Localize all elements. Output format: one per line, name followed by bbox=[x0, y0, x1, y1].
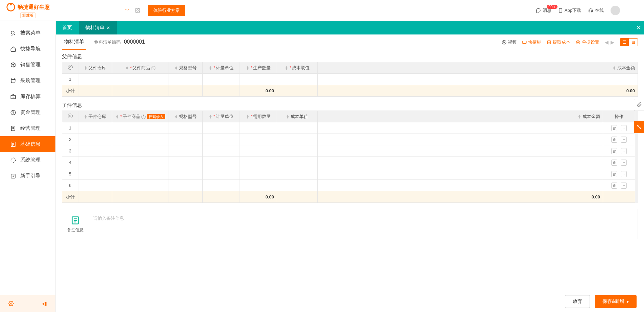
child-col-product[interactable]: ▲▼*子件商品?扫码录入 bbox=[112, 111, 169, 122]
child-col-amount[interactable]: ▲▼成本金额 bbox=[318, 111, 603, 122]
sidebar-item-sales[interactable]: 销售管理 bbox=[0, 57, 55, 73]
parent-col-spec[interactable]: ▲▼规格型号 bbox=[169, 62, 203, 74]
operations-icon bbox=[10, 125, 16, 131]
gear-icon bbox=[68, 65, 73, 70]
sidebar-item-purchase[interactable]: 采购管理 bbox=[0, 73, 55, 89]
sidebar-item-funds[interactable]: 资金管理 bbox=[0, 104, 55, 120]
online-support-link[interactable]: 在线 bbox=[588, 7, 604, 14]
svg-rect-23 bbox=[522, 41, 526, 43]
tab-0[interactable]: 首页 bbox=[56, 21, 79, 34]
tabbar: 首页物料清单✕ ✕ bbox=[56, 21, 644, 34]
keyboard-icon bbox=[522, 40, 527, 45]
messages-link[interactable]: 消息 99 + bbox=[536, 7, 551, 14]
delete-row-icon[interactable]: 🗑 bbox=[611, 148, 617, 154]
child-col-warehouse[interactable]: ▲▼子件仓库 bbox=[78, 111, 112, 122]
table-row[interactable]: 4🗑＋ bbox=[62, 157, 635, 168]
parent-col-settings[interactable] bbox=[62, 62, 78, 74]
sidebar-item-inventory[interactable]: 库存核算 bbox=[0, 89, 55, 104]
parent-col-unit[interactable]: ▲▼*计量单位 bbox=[203, 62, 240, 74]
shortcut-link[interactable]: 快捷键 bbox=[522, 39, 541, 45]
main-area: 首页物料清单✕ ✕ 物料清单 物料清单编码 0000001 视频 bbox=[56, 21, 644, 312]
svg-point-5 bbox=[11, 31, 14, 34]
table-row[interactable]: 2🗑＋ bbox=[62, 134, 635, 145]
header-right: 消息 99 + App下载 在线 bbox=[536, 6, 639, 15]
doc-settings-link[interactable]: 单据设置 bbox=[576, 39, 599, 45]
close-all-tabs-icon[interactable]: ✕ bbox=[636, 21, 641, 34]
sidebar-item-quick-nav[interactable]: 快捷导航 bbox=[0, 41, 55, 57]
messages-badge: 99 + bbox=[547, 5, 558, 9]
add-row-icon[interactable]: ＋ bbox=[621, 137, 627, 143]
delete-row-icon[interactable]: 🗑 bbox=[611, 125, 617, 131]
parent-col-costmethod[interactable]: ▲▼*成本取值 bbox=[277, 62, 318, 74]
next-doc-icon[interactable]: ▶ bbox=[611, 40, 614, 45]
sidebar-item-operations[interactable]: 经营管理 bbox=[0, 120, 55, 136]
parent-col-product[interactable]: ▲▼*父件商品? bbox=[112, 62, 169, 74]
table-row[interactable]: 3🗑＋ bbox=[62, 145, 635, 157]
child-col-qty[interactable]: ▲▼*需用数量 bbox=[240, 111, 277, 122]
save-new-button[interactable]: 保存&新增 ▾ bbox=[595, 295, 637, 308]
svg-point-2 bbox=[137, 10, 138, 11]
table-row[interactable]: 1🗑＋ bbox=[62, 122, 635, 134]
extract-cost-link[interactable]: 提取成本 bbox=[547, 39, 570, 45]
child-col-unitcost[interactable]: ▲▼成本单价 bbox=[277, 111, 318, 122]
chevron-down-icon: ▾ bbox=[626, 299, 629, 304]
delete-row-icon[interactable]: 🗑 bbox=[611, 183, 617, 189]
child-col-unit[interactable]: ▲▼*计量单位 bbox=[203, 111, 240, 122]
doc-tab-material-list[interactable]: 物料清单 bbox=[62, 34, 86, 50]
view-toggle: ☰ ▦ bbox=[620, 38, 638, 46]
appdownload-link[interactable]: App下载 bbox=[558, 7, 581, 14]
parent-col-amount[interactable]: ▲▼成本金额 bbox=[318, 62, 638, 74]
child-col-ops: 操作 bbox=[603, 111, 635, 122]
child-section-title: 子件信息 bbox=[56, 99, 644, 111]
view-grid-icon[interactable]: ▦ bbox=[629, 39, 638, 46]
expand-icon[interactable] bbox=[634, 121, 644, 133]
add-row-icon[interactable]: ＋ bbox=[621, 125, 627, 131]
doc-code-label: 物料清单编码 bbox=[94, 40, 121, 45]
sidebar-footer: ◂▮ bbox=[0, 295, 55, 312]
table-row[interactable]: 6🗑＋ bbox=[62, 180, 635, 191]
tab-1[interactable]: 物料清单✕ bbox=[79, 21, 117, 34]
app-header: 畅捷通好生意 标准版 ﹀ 体验行业方案 消息 99 + App下载 在线 bbox=[0, 0, 644, 21]
guide-icon bbox=[10, 173, 16, 179]
sidebar-item-label: 经营管理 bbox=[20, 125, 41, 131]
gear-icon[interactable] bbox=[135, 8, 140, 13]
prev-doc-icon[interactable]: ◀ bbox=[605, 40, 609, 45]
sidebar-item-basic-info[interactable]: 基础信息 bbox=[0, 136, 55, 152]
add-row-icon[interactable]: ＋ bbox=[621, 171, 627, 177]
phone-icon bbox=[558, 8, 563, 13]
play-icon bbox=[502, 40, 506, 45]
child-col-spec[interactable]: ▲▼规格型号 bbox=[169, 111, 203, 122]
remarks-input[interactable] bbox=[89, 209, 638, 239]
table-row[interactable]: 1 bbox=[62, 74, 638, 85]
brand-name: 畅捷通好生意 bbox=[18, 4, 50, 11]
collapse-sidebar-icon[interactable]: ◂▮ bbox=[42, 301, 47, 306]
sidebar-item-label: 系统管理 bbox=[20, 157, 41, 163]
add-row-icon[interactable]: ＋ bbox=[621, 148, 627, 154]
sidebar-item-system[interactable]: 系统管理 bbox=[0, 152, 55, 168]
add-row-icon[interactable]: ＋ bbox=[621, 160, 627, 166]
account-select[interactable]: ﹀ bbox=[61, 7, 142, 14]
attachment-icon[interactable] bbox=[634, 99, 644, 111]
doc-code-value: 0000001 bbox=[124, 39, 145, 45]
video-link[interactable]: 视频 bbox=[502, 39, 517, 45]
delete-row-icon[interactable]: 🗑 bbox=[611, 160, 617, 166]
cta-button[interactable]: 体验行业方案 bbox=[148, 5, 185, 16]
parent-col-warehouse[interactable]: ▲▼父件仓库 bbox=[78, 62, 112, 74]
child-col-settings[interactable] bbox=[62, 111, 78, 122]
delete-row-icon[interactable]: 🗑 bbox=[611, 171, 617, 177]
settings-icon[interactable] bbox=[8, 301, 14, 306]
delete-row-icon[interactable]: 🗑 bbox=[611, 137, 617, 143]
brand-logo-icon bbox=[6, 2, 16, 12]
close-icon[interactable]: ✕ bbox=[106, 25, 110, 30]
sidebar-item-search-menu[interactable]: 搜索菜单 bbox=[0, 25, 55, 41]
table-row[interactable]: 5🗑＋ bbox=[62, 168, 635, 180]
sidebar-item-guide[interactable]: 新手引导 bbox=[0, 168, 55, 184]
parent-col-qty[interactable]: ▲▼*生产数量 bbox=[240, 62, 277, 74]
user-account[interactable] bbox=[611, 6, 639, 15]
scan-badge[interactable]: 扫码录入 bbox=[147, 114, 165, 119]
svg-point-20 bbox=[10, 303, 12, 304]
add-row-icon[interactable]: ＋ bbox=[621, 183, 627, 189]
discard-button[interactable]: 放弃 bbox=[565, 295, 590, 308]
parent-section-title: 父件信息 bbox=[56, 50, 644, 62]
view-list-icon[interactable]: ☰ bbox=[620, 39, 629, 46]
